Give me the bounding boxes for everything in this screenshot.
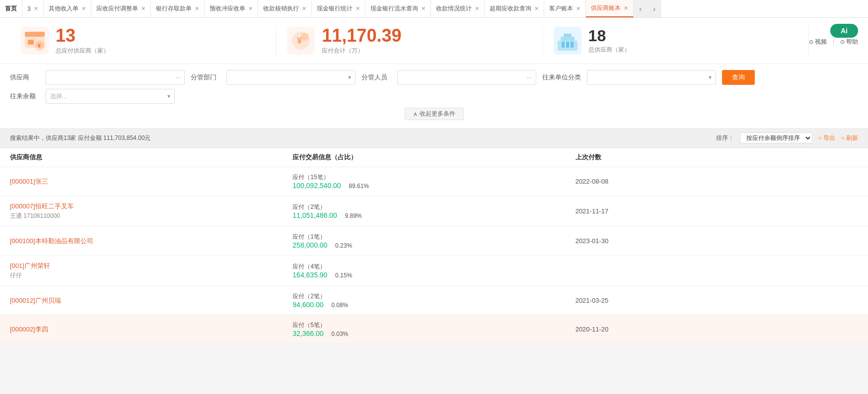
- table-row: [000007]恒旺二手叉车王通 17106110000应付（2笔） 11,05…: [0, 196, 868, 227]
- tab-close-5[interactable]: ✕: [248, 5, 253, 12]
- stat-num-3: 18: [588, 28, 630, 44]
- category-arrow-icon: ▾: [709, 74, 712, 81]
- filter-row-2: 往来余额 选择... ▾: [10, 89, 858, 104]
- last-pay-col: 2021-11-17: [576, 207, 858, 215]
- tab-close-2[interactable]: ✕: [81, 5, 86, 12]
- tab-label-12: 供应商账本: [591, 4, 621, 12]
- col-header-pay: 应付交易信息（占比）: [292, 153, 575, 162]
- tab-item-2[interactable]: 其他收入单 ✕: [44, 0, 91, 17]
- supplier-sub: 仔仔: [10, 271, 292, 280]
- tab-bar: 首页 3 ✕ 其他收入单 ✕ 应收应付调整单 ✕ 银行存取款单 ✕ 预收冲应收单…: [0, 0, 868, 18]
- stat-text-3: 18 总供应商（家）: [588, 28, 630, 54]
- stat-icon-3: [553, 26, 582, 56]
- dept-select[interactable]: ▾: [226, 70, 356, 85]
- svg-rect-16: [571, 42, 574, 48]
- supplier-col: [000012]广州贝瑞: [10, 296, 292, 305]
- sort-area: 排序： 按应付余额倒序排序 ○ 导出 ○ 刷新: [716, 132, 859, 143]
- col-header-supplier: 供应商信息: [10, 153, 292, 162]
- tab-item-11[interactable]: 客户账本 ✕: [544, 0, 586, 17]
- balance-placeholder: 选择...: [50, 92, 67, 101]
- supplier-link[interactable]: [001]广州荣轩: [10, 262, 50, 269]
- tab-next-button[interactable]: ›: [648, 0, 661, 17]
- table-row: [000012]广州贝瑞应付（2笔） 94,600.00 0.08% 2021-…: [0, 286, 868, 315]
- refresh-button[interactable]: ○ 刷新: [841, 134, 858, 142]
- tab-home[interactable]: 首页: [0, 0, 22, 17]
- stat-num-2: 11,170.39: [322, 27, 401, 45]
- result-bar: 搜索结果中，供应商13家 应付金额 111,703,854.00元 排序： 按应…: [0, 129, 868, 148]
- export-button[interactable]: ○ 导出: [818, 134, 835, 142]
- tab-item-8[interactable]: 现金银行流水查询 ✕: [365, 0, 431, 17]
- tab-item-7[interactable]: 现金银行统计 ✕: [312, 0, 365, 17]
- svg-rect-14: [562, 42, 565, 48]
- tab-item-6[interactable]: 收款核销执行 ✕: [258, 0, 312, 17]
- supplier-dots-icon[interactable]: ···: [175, 74, 180, 81]
- pay-col: 应付（4笔） 164,635.90 0.15%: [292, 263, 575, 279]
- category-select[interactable]: ▾: [587, 70, 716, 85]
- tab-item-1[interactable]: 3 ✕: [22, 0, 44, 17]
- tab-label-9: 收款情况统计: [436, 4, 472, 13]
- supplier-link[interactable]: [000012]广州贝瑞: [10, 297, 61, 304]
- circle-icon: ⊙: [809, 39, 813, 45]
- supplier-col: [000001]张三: [10, 177, 292, 186]
- query-button[interactable]: 查询: [722, 70, 755, 85]
- stat-label-2: 应付合计（万）: [322, 47, 401, 55]
- last-pay-col: 2022-08-08: [576, 178, 858, 185]
- collapse-button[interactable]: ∧ 收起更多条件: [405, 108, 464, 120]
- tab-close-6[interactable]: ✕: [302, 5, 306, 12]
- pay-amount: 164,635.90: [292, 271, 327, 279]
- tab-prev-button[interactable]: ‹: [634, 0, 648, 17]
- stat-icon-2: ¥: [286, 26, 316, 56]
- tab-close-10[interactable]: ✕: [534, 5, 539, 12]
- supplier-label: 供应商: [10, 73, 40, 82]
- supplier-link[interactable]: [000001]张三: [10, 178, 48, 185]
- person-input[interactable]: ···: [397, 70, 536, 85]
- person-dots-icon[interactable]: ···: [527, 74, 532, 81]
- pay-label: 应付（1笔）: [292, 233, 575, 241]
- pay-amount-row: 94,600.00 0.08%: [292, 301, 575, 309]
- tab-label-10: 超期应收款查询: [490, 4, 531, 13]
- tab-item-9[interactable]: 收款情况统计 ✕: [431, 0, 485, 17]
- result-info: 搜索结果中，供应商13家 应付金额 111,703,854.00元: [10, 134, 716, 142]
- category-label: 往来单位分类: [542, 73, 581, 82]
- tab-item-5[interactable]: 预收冲应收单 ✕: [205, 0, 258, 17]
- table-rows: [000001]张三应付（15笔） 100,092,540.00 89.61% …: [0, 167, 868, 344]
- balance-arrow-icon: ▾: [167, 93, 170, 100]
- tab-item-10[interactable]: 超期应收款查询 ✕: [485, 0, 544, 17]
- supplier-link[interactable]: [000002]李四: [10, 326, 48, 333]
- tab-label-6: 收款核销执行: [263, 4, 299, 13]
- video-link[interactable]: ⊙ 视频: [809, 38, 827, 46]
- tab-close-3[interactable]: ✕: [141, 5, 145, 12]
- supplier-col: [001]广州荣轩仔仔: [10, 262, 292, 280]
- pay-amount: 32,366.00: [292, 329, 323, 337]
- tab-item-3[interactable]: 应收应付调整单 ✕: [91, 0, 151, 17]
- tab-close-4[interactable]: ✕: [195, 5, 199, 12]
- pay-amount: 100,092,540.00: [292, 182, 341, 190]
- tab-item-12[interactable]: 供应商账本 ✕: [586, 0, 634, 17]
- sort-select[interactable]: 按应付余额倒序排序: [740, 132, 812, 143]
- collapse-up-icon: ∧: [413, 111, 418, 118]
- tab-close-9[interactable]: ✕: [475, 5, 479, 12]
- balance-select[interactable]: 选择... ▾: [46, 89, 175, 104]
- pay-amount-row: 32,366.00 0.03%: [292, 329, 575, 337]
- help-link[interactable]: ⊙ 帮助: [840, 38, 858, 46]
- stat-block-payable-total: ¥ 11,170.39 应付合计（万）: [276, 26, 542, 56]
- sort-label: 排序：: [716, 134, 734, 142]
- tab-close-1[interactable]: ✕: [34, 5, 38, 12]
- tab-close-8[interactable]: ✕: [421, 5, 426, 12]
- svg-rect-2: [25, 32, 45, 37]
- pay-col: 应付（15笔） 100,092,540.00 89.61%: [292, 173, 575, 190]
- tab-close-7[interactable]: ✕: [356, 5, 360, 12]
- tab-item-4[interactable]: 银行存取款单 ✕: [151, 0, 205, 17]
- tab-label-1: 3: [27, 5, 31, 12]
- supplier-input[interactable]: ···: [46, 70, 185, 85]
- supplier-col: [000100]本特勤油品有限公司: [10, 237, 292, 246]
- supplier-link[interactable]: [000100]本特勤油品有限公司: [10, 237, 93, 245]
- last-pay-col: 2020-11-20: [576, 326, 858, 333]
- tab-close-12[interactable]: ✕: [624, 5, 628, 11]
- stat-label-1: 总应付供应商（家）: [56, 47, 109, 55]
- tab-close-11[interactable]: ✕: [576, 5, 580, 12]
- tab-label-5: 预收冲应收单: [210, 4, 245, 13]
- supplier-col: [000002]李四: [10, 325, 292, 334]
- supplier-link[interactable]: [000007]恒旺二手叉车: [10, 202, 74, 210]
- ai-button[interactable]: Ai: [830, 24, 858, 38]
